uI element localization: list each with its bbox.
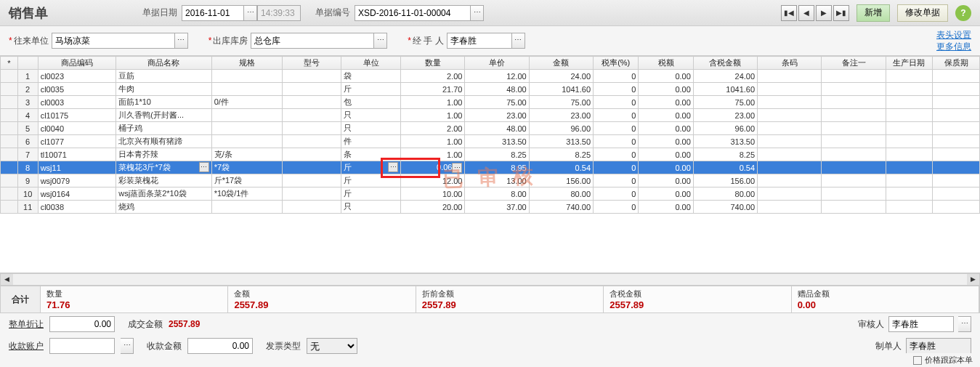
cell-numeric[interactable]: 0.00 (639, 83, 693, 96)
cell-text[interactable]: cl1077 (38, 135, 116, 148)
cell-numeric[interactable]: 0.00 (639, 201, 693, 214)
nav-first-icon[interactable]: ▮◀ (781, 5, 797, 21)
cell-numeric[interactable]: 0 (594, 96, 639, 109)
cell-text[interactable]: 面筋1*10 (116, 96, 211, 109)
cell-text[interactable] (822, 122, 886, 135)
cell-numeric[interactable]: 8.25 (693, 148, 757, 161)
col-header[interactable]: 商品名称 (116, 57, 211, 70)
cell-numeric[interactable]: 8.95 (465, 161, 529, 174)
cell-text[interactable] (886, 96, 933, 109)
cell-text[interactable] (211, 201, 282, 214)
cell-text[interactable]: wsj0079 (38, 174, 116, 187)
cell-numeric[interactable]: 740.00 (529, 201, 593, 214)
col-header[interactable]: 数量 (401, 57, 465, 70)
table-row[interactable]: 3cl0003面筋1*100/件包1.0075.0075.0000.0075.0… (1, 96, 980, 109)
cell-text[interactable] (822, 187, 886, 201)
nav-last-icon[interactable]: ▶▮ (833, 5, 849, 21)
cell-numeric[interactable]: 1.00 (401, 109, 465, 122)
scroll-right-icon[interactable]: ▶ (967, 274, 979, 285)
cell-numeric[interactable]: 1041.60 (693, 83, 757, 96)
row-selector[interactable] (1, 122, 18, 135)
table-row[interactable]: 8wsj11菜槐花3斤*7袋⋯*7袋斤⋯0.06⋯8.950.5400.000.… (1, 161, 980, 174)
cell-numeric[interactable]: 0.54 (529, 161, 593, 174)
cell-text[interactable]: 桶子鸡 (116, 122, 211, 135)
party-picker-btn[interactable]: ⋯ (175, 33, 188, 49)
cell-text[interactable] (886, 122, 933, 135)
cell-text[interactable] (822, 174, 886, 187)
col-header[interactable]: 保质期 (933, 57, 980, 70)
col-header[interactable]: 条码 (758, 57, 822, 70)
cell-numeric[interactable]: 0.00 (639, 148, 693, 161)
cell-text[interactable]: cl0003 (38, 96, 116, 109)
auditor-input[interactable] (888, 316, 954, 332)
cell-numeric[interactable]: 10.00 (401, 187, 465, 201)
cell-text[interactable] (282, 83, 341, 96)
cell-text[interactable]: wsj0164 (38, 187, 116, 201)
cell-text[interactable]: 包 (341, 96, 401, 109)
cell-text[interactable] (822, 201, 886, 214)
cell-numeric[interactable]: 23.00 (693, 109, 757, 122)
cell-numeric[interactable]: 0.00 (639, 187, 693, 201)
cell-numeric[interactable]: 0.00 (639, 122, 693, 135)
acct-label[interactable]: 收款账户 (9, 340, 44, 352)
col-header[interactable]: 税额 (639, 57, 693, 70)
cell-text[interactable]: 牛肉 (116, 83, 211, 96)
cell-picker-btn[interactable]: ⋯ (199, 162, 209, 172)
cell-numeric[interactable]: 0 (594, 161, 639, 174)
cell-text[interactable] (758, 135, 822, 148)
handler-input[interactable] (447, 33, 512, 49)
row-selector[interactable] (1, 201, 18, 214)
row-selector[interactable] (1, 148, 18, 161)
cell-text[interactable] (758, 161, 822, 174)
cell-numeric[interactable]: 13.00 (465, 174, 529, 187)
cell-numeric[interactable]: 313.50 (465, 135, 529, 148)
cell-text[interactable] (758, 174, 822, 187)
cell-text[interactable] (282, 135, 341, 148)
cell-numeric[interactable]: 20.00 (401, 201, 465, 214)
cell-text[interactable] (933, 70, 980, 83)
cell-numeric[interactable]: 0 (594, 148, 639, 161)
cell-text[interactable] (282, 201, 341, 214)
col-header[interactable]: 税率(%) (594, 57, 639, 70)
cell-text[interactable] (282, 148, 341, 161)
cell-numeric[interactable]: 75.00 (529, 96, 593, 109)
acct-picker-btn[interactable]: ⋯ (121, 338, 134, 354)
docno-picker-btn[interactable]: ⋯ (471, 5, 484, 21)
row-selector[interactable] (1, 83, 18, 96)
cell-text[interactable] (211, 109, 282, 122)
cell-text[interactable]: wsj11 (38, 161, 116, 174)
row-number[interactable]: 9 (17, 174, 38, 187)
cell-picker-btn[interactable]: ⋯ (452, 163, 462, 173)
row-selector[interactable] (1, 96, 18, 109)
cell-text[interactable]: 川久香鸭(开封酱... (116, 109, 211, 122)
cell-numeric[interactable]: 0 (594, 187, 639, 201)
cell-numeric[interactable]: 8.25 (465, 148, 529, 161)
cell-text[interactable] (822, 109, 886, 122)
cell-numeric[interactable]: 0.00 (639, 174, 693, 187)
cell-text[interactable] (933, 148, 980, 161)
cell-text[interactable]: 0/件 (211, 96, 282, 109)
row-number[interactable]: 3 (17, 96, 38, 109)
cell-numeric[interactable]: 48.00 (465, 122, 529, 135)
cell-numeric[interactable]: 37.00 (465, 201, 529, 214)
cell-numeric[interactable]: 156.00 (529, 174, 593, 187)
cell-numeric[interactable]: 1.00 (401, 96, 465, 109)
cell-text[interactable]: *7袋 (211, 161, 282, 174)
table-row[interactable]: 1cl0023豆筋袋2.0012.0024.0000.0024.00 (1, 70, 980, 83)
cell-numeric[interactable]: 0 (594, 135, 639, 148)
cell-text[interactable] (282, 187, 341, 201)
cell-numeric[interactable]: 0 (594, 70, 639, 83)
cell-text[interactable] (933, 96, 980, 109)
cell-text[interactable] (933, 201, 980, 214)
handler-picker-btn[interactable]: ⋯ (512, 33, 525, 49)
table-row[interactable]: 6cl1077北京兴有顺有猪蹄件1.00313.50313.5000.00313… (1, 135, 980, 148)
col-header[interactable]: 单位 (341, 57, 401, 70)
cell-numeric[interactable]: 80.00 (693, 187, 757, 201)
cell-text[interactable]: *10袋/1件 (211, 187, 282, 201)
cell-text[interactable]: 条 (341, 148, 401, 161)
cell-numeric[interactable]: 75.00 (693, 96, 757, 109)
cell-numeric[interactable]: 1.00 (401, 148, 465, 161)
cell-text[interactable] (933, 187, 980, 201)
row-number[interactable]: 2 (17, 83, 38, 96)
cell-numeric[interactable]: 2.00 (401, 70, 465, 83)
